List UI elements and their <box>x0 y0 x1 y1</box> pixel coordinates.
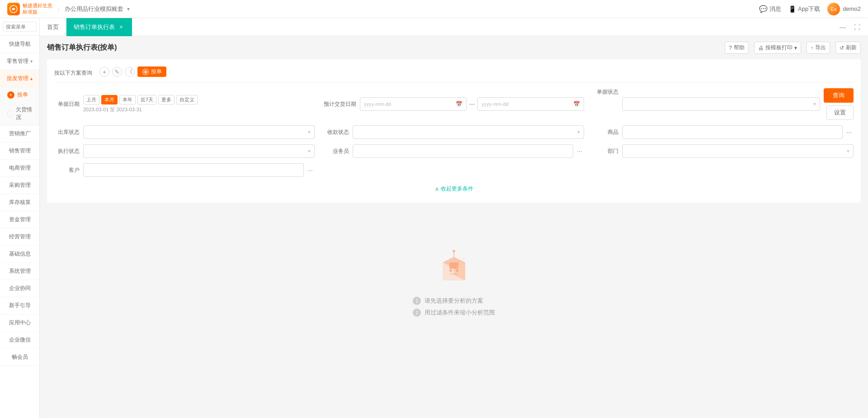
execution-label: 执行状态 <box>54 147 80 155</box>
app-center-label: 应用中心 <box>9 319 31 327</box>
outbound-dropdown-arrow: ▾ <box>308 129 311 135</box>
date-this-year[interactable]: 本年 <box>119 95 136 104</box>
sub-nav-backorder[interactable]: 欠货情况 <box>0 102 39 125</box>
sidebar-item-enterprise[interactable]: 企业协同 <box>0 280 39 297</box>
date-range-display: 2023-03-01 至 2023-03-31 <box>83 106 315 113</box>
date-7days[interactable]: 近7天 <box>137 95 156 104</box>
tab-home[interactable]: 首页 <box>40 18 66 36</box>
sidebar-search-area <box>0 18 39 36</box>
user-menu[interactable]: Ea demo2 <box>827 3 861 15</box>
marketing-label: 营销推广 <box>9 130 31 138</box>
scheme-collapse-button[interactable]: 《 <box>125 67 135 77</box>
calendar-icon-start: 📅 <box>456 101 462 107</box>
help-button[interactable]: ? 帮助 <box>725 42 749 54</box>
sub-nav-backorder-label: 欠货情况 <box>16 106 32 121</box>
sidebar-item-guide[interactable]: 新手引导 <box>0 297 39 314</box>
sidebar-item-marketing[interactable]: 营销推广 <box>0 125 39 142</box>
filter-salesperson-field: 业务员 ··· <box>324 144 584 158</box>
user-avatar: Ea <box>827 3 840 15</box>
date-last-month[interactable]: 上月 <box>83 95 99 104</box>
sidebar-item-ecommerce[interactable]: 电商管理 <box>0 160 39 177</box>
sub-nav-backorder-icon <box>7 110 13 117</box>
tip-number-1: 1 <box>413 297 421 305</box>
refresh-button[interactable]: ↺ 刷新 <box>835 42 861 54</box>
empty-tip-1: 1 请先选择要分析的方案 <box>413 297 495 305</box>
sidebar-item-finance[interactable]: 资金管理 <box>0 211 39 228</box>
print-button[interactable]: 🖨 按模板打印 ▾ <box>754 42 801 54</box>
query-button[interactable]: 查询 <box>824 88 854 103</box>
status-select[interactable]: ▾ <box>622 97 820 111</box>
app-download-button[interactable]: 📱 App下载 <box>788 5 820 13</box>
empty-tips: 1 请先选择要分析的方案 2 用过滤条件来缩小分析范围 <box>413 297 495 317</box>
system-title-arrow[interactable]: ▾ <box>127 6 130 12</box>
scheme-add-button[interactable]: + <box>99 67 109 77</box>
expected-date-start[interactable]: yyyy-mm-dd 📅 <box>360 97 467 111</box>
tab-active-sales-order[interactable]: 销售订单执行表 × <box>66 18 132 36</box>
export-icon: ↑ <box>811 45 813 51</box>
goods-dots-button[interactable]: ··· <box>844 128 854 136</box>
salesperson-input[interactable] <box>353 144 573 158</box>
date-more[interactable]: 更多 <box>158 95 175 104</box>
svg-point-9 <box>453 250 455 252</box>
sidebar-item-wechat[interactable]: 企业微信 <box>0 332 39 349</box>
sidebar-item-sales[interactable]: 销售管理 <box>0 142 39 160</box>
sidebar-item-app-center[interactable]: 应用中心 <box>0 314 39 332</box>
page-title: 销售订单执行表(按单) <box>47 43 117 52</box>
page-title-bar: 销售订单执行表(按单) ? 帮助 🖨 按模板打印 ▾ ↑ 导出 <box>47 42 861 54</box>
operations-label: 经营管理 <box>9 233 31 241</box>
tab-close-button[interactable]: × <box>118 24 125 31</box>
message-button[interactable]: 💬 消息 <box>759 5 781 13</box>
customer-input[interactable] <box>83 163 304 177</box>
tab-bar-actions: — ⛶ <box>837 22 868 33</box>
execution-select[interactable]: ▾ <box>83 144 315 158</box>
sidebar-item-system[interactable]: 系统管理 <box>0 263 39 280</box>
scheme-tag-icon-order: ● <box>142 68 149 76</box>
ecommerce-label: 电商管理 <box>9 164 31 172</box>
salesperson-dots-button[interactable]: ··· <box>575 147 584 155</box>
sub-nav-wholesale: ● 按单 欠货情况 <box>0 87 39 125</box>
svg-point-12 <box>466 261 467 262</box>
tab-maximize-button[interactable]: ⛶ <box>852 22 863 33</box>
tab-minimize-button[interactable]: — <box>837 22 848 33</box>
goods-input[interactable] <box>622 125 843 139</box>
header-right: 💬 消息 📱 App下载 Ea demo2 <box>759 3 861 15</box>
app-logo-icon <box>7 3 20 15</box>
scheme-tag-order[interactable]: ● 按单 <box>137 66 166 77</box>
sidebar-item-operations[interactable]: 经营管理 <box>0 228 39 246</box>
sidebar-item-basic-info[interactable]: 基础信息 <box>0 246 39 263</box>
svg-point-5 <box>449 269 452 272</box>
expected-date-end[interactable]: yyyy-mm-dd 📅 <box>477 97 584 111</box>
date-custom[interactable]: 自定义 <box>176 95 198 104</box>
expected-date-range: yyyy-mm-dd 📅 — yyyy-mm-dd 📅 <box>360 97 584 111</box>
tab-bar: 首页 销售订单执行表 × — ⛶ <box>40 18 868 36</box>
settings-button[interactable]: 设置 <box>826 105 854 120</box>
export-button[interactable]: ↑ 导出 <box>807 42 830 54</box>
sub-nav-order-icon: ● <box>7 91 14 99</box>
collapse-arrow-icon: ∧ <box>435 186 439 192</box>
message-icon: 💬 <box>759 5 768 13</box>
scheme-edit-button[interactable]: ✎ <box>112 67 122 77</box>
sidebar-item-inventory[interactable]: 库存核算 <box>0 194 39 211</box>
goods-label: 商品 <box>593 128 618 136</box>
system-title: 办公用品行业模拟账套 <box>65 5 123 13</box>
page-content: 销售订单执行表(按单) ? 帮助 🖨 按模板打印 ▾ ↑ 导出 <box>40 36 868 418</box>
date-this-month[interactable]: 本月 <box>101 95 118 104</box>
status-label: 单据状态 <box>593 88 618 96</box>
search-input[interactable] <box>3 22 37 32</box>
sidebar-item-wholesale[interactable]: 批发管理 ▴ <box>0 70 39 87</box>
scheme-label: 按以下方案查询 <box>54 66 92 77</box>
sidebar-item-retail[interactable]: 零售管理 ▾ <box>0 53 39 70</box>
filter-expected-date-field: 预计交货日期 yyyy-mm-dd 📅 — yyyy-mm-dd 📅 <box>324 97 584 111</box>
sidebar-item-purchase[interactable]: 采购管理 <box>0 177 39 194</box>
filter-divider <box>54 82 854 83</box>
sidebar-item-quick-nav[interactable]: 快捷导航 <box>0 36 39 53</box>
outbound-select[interactable]: ▾ <box>83 125 315 139</box>
customer-dots-button[interactable]: ··· <box>306 166 315 174</box>
payment-select[interactable]: ▾ <box>353 125 584 139</box>
sub-nav-order[interactable]: ● 按单 <box>0 87 39 102</box>
department-select[interactable]: ▾ <box>622 144 854 158</box>
date-label: 单据日期 <box>54 100 80 108</box>
collapse-more-button[interactable]: ∧ 收起更多条件 <box>54 182 854 195</box>
svg-point-10 <box>463 258 465 260</box>
sidebar-item-member[interactable]: 畅会员 <box>0 349 39 366</box>
